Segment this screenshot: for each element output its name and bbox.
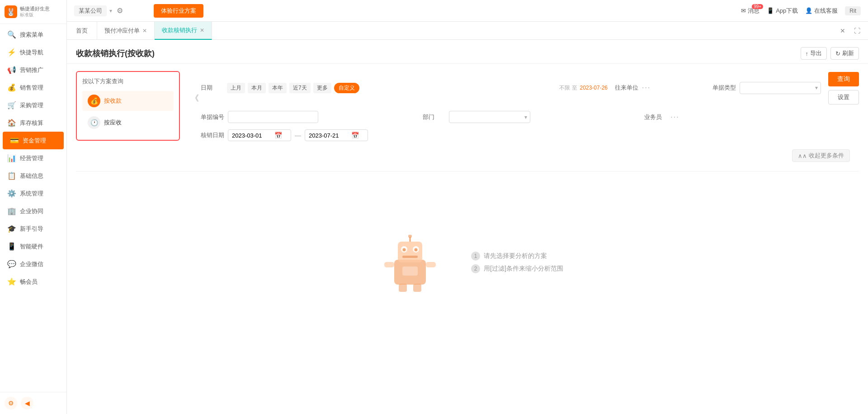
sidebar-item-marketing[interactable]: 📢 营销推广: [0, 61, 66, 79]
hint-num-1: 1: [471, 252, 480, 261]
filter-option-by-receivable[interactable]: 🕐 按应收: [82, 113, 174, 133]
sidebar-label-operations: 经营管理: [20, 154, 43, 162]
user-name[interactable]: Rit: [845, 6, 861, 15]
logo-text-block: 畅捷通好生意 标准版: [20, 5, 50, 18]
filter-sidebar-collapse-btn[interactable]: 《: [189, 89, 201, 107]
service-icon: 👤: [805, 7, 812, 14]
date-btn-custom[interactable]: 自定义: [334, 83, 359, 93]
sidebar-item-quicknav[interactable]: ⚡ 快捷导航: [0, 43, 66, 61]
company-name: 某某公司: [74, 5, 107, 16]
verify-date-start-input[interactable]: [232, 132, 273, 139]
date-btn-this-year[interactable]: 本年: [269, 83, 287, 93]
sidebar-item-operations[interactable]: 📊 经营管理: [0, 149, 66, 167]
date-suffix-area: 不限 至 2023-07-26: [559, 84, 608, 92]
sidebar-item-search[interactable]: 🔍 搜索菜单: [0, 26, 66, 43]
filter-option-by-receipt[interactable]: 💰 按收款: [82, 91, 174, 111]
company-dropdown-icon[interactable]: ▾: [109, 8, 112, 14]
svg-rect-6: [402, 256, 418, 258]
quicknav-icon: ⚡: [7, 48, 16, 57]
wechat-icon: 💬: [7, 260, 16, 268]
page-header-actions: ↑ 导出 ↻ 刷新: [801, 47, 859, 60]
sidebar-collapse-btn[interactable]: ◀: [21, 397, 33, 409]
calendar-end-icon[interactable]: 📅: [351, 132, 359, 139]
doctype-select[interactable]: [740, 82, 812, 94]
svg-rect-9: [384, 262, 394, 267]
topbar-actions: ✉ 消息 99+ 📱 App下载 👤 在线客服 Rit: [741, 6, 861, 15]
verify-date-end-input[interactable]: [309, 132, 349, 139]
inventory-icon: 🏠: [7, 119, 16, 127]
sidebar-settings-btn[interactable]: ⚙: [5, 397, 17, 409]
sidebar-item-basics[interactable]: 📋 基础信息: [0, 167, 66, 185]
calendar-start-icon[interactable]: 📅: [274, 132, 282, 139]
sidebar-label-purchase: 采购管理: [20, 101, 43, 109]
sidebar-item-system[interactable]: ⚙️ 系统管理: [0, 185, 66, 202]
date-btn-last-month[interactable]: 上月: [227, 83, 245, 93]
collapse-up-icon: ∧∧: [798, 152, 807, 159]
sidebar-item-funds[interactable]: 💳 资金管理: [3, 132, 64, 149]
svg-point-8: [408, 235, 412, 238]
collapse-row: ∧∧ 收起更多条件: [201, 148, 859, 164]
svg-point-5: [415, 248, 418, 252]
sidebar-item-inventory[interactable]: 🏠 库存核算: [0, 114, 66, 132]
notifications-btn[interactable]: ✉ 消息 99+: [741, 7, 760, 15]
tab-receipt[interactable]: 收款核销执行 ✕: [155, 22, 212, 40]
docnumber-input[interactable]: [228, 111, 318, 123]
department-select-arrow: ▾: [522, 114, 530, 120]
doctype-field: 单据类型 ▾: [712, 82, 821, 94]
date-btn-this-month[interactable]: 本月: [248, 83, 266, 93]
date-btn-more[interactable]: 更多: [313, 83, 331, 93]
department-select[interactable]: [449, 111, 522, 123]
sidebar-item-member[interactable]: ⭐ 畅会员: [0, 273, 66, 290]
sidebar-item-purchase[interactable]: 🛒 采购管理: [0, 96, 66, 114]
partner-label: 往来单位: [615, 84, 638, 92]
partner-field: 往来单位 ···: [615, 84, 705, 92]
logo-icon: 🐰: [5, 5, 17, 18]
sidebar-label-marketing: 营销推广: [20, 66, 43, 74]
sidebar-item-hardware[interactable]: 📱 智能硬件: [0, 238, 66, 255]
basics-icon: 📋: [7, 171, 16, 180]
setting-btn[interactable]: 设置: [828, 90, 859, 105]
sidebar-label-basics: 基础信息: [20, 172, 43, 180]
salesperson-dots[interactable]: ···: [670, 113, 679, 121]
sidebar-item-enterprise[interactable]: 🏢 企业协同: [0, 202, 66, 220]
message-icon: ✉: [741, 7, 746, 14]
topbar-gear-icon[interactable]: ⚙: [117, 6, 123, 15]
partner-dots[interactable]: ···: [642, 84, 651, 92]
sidebar-label-inventory: 库存核算: [20, 119, 43, 127]
topbar-company-area: 某某公司 ▾ ⚙: [74, 5, 146, 16]
collapse-more-btn[interactable]: ∧∧ 收起更多条件: [792, 149, 850, 162]
empty-hints: 1 请先选择要分析的方案 2 用[过滤]条件来缩小分析范围: [471, 252, 563, 277]
svg-point-4: [403, 248, 406, 252]
tab-prepay[interactable]: 预付冲应付单 ✕: [97, 22, 155, 40]
online-service-btn[interactable]: 👤 在线客服: [805, 7, 838, 15]
salesperson-label: 业务员: [644, 113, 667, 121]
industry-btn[interactable]: 体验行业方案: [154, 4, 203, 18]
svg-rect-11: [399, 284, 407, 292]
filter-row-1: 日期 上月 本月 本年 近7天 更多 自定义 不限 至: [201, 71, 859, 105]
verify-date-end-group: 📅: [305, 129, 368, 141]
tab-receipt-close[interactable]: ✕: [200, 27, 204, 33]
query-btn[interactable]: 查询: [828, 72, 859, 86]
sidebar-label-guide: 新手引导: [20, 225, 43, 233]
sidebar-item-sales[interactable]: 💰 销售管理: [0, 79, 66, 96]
date-range-separator: —: [295, 132, 301, 139]
sidebar-item-guide[interactable]: 🎓 新手引导: [0, 220, 66, 238]
date-btn-7days[interactable]: 近7天: [289, 83, 311, 93]
purchase-icon: 🛒: [7, 101, 16, 109]
refresh-label: 刷新: [842, 49, 854, 57]
sidebar-label-quicknav: 快捷导航: [20, 48, 43, 57]
tab-prepay-close[interactable]: ✕: [142, 28, 147, 34]
export-btn[interactable]: ↑ 导出: [801, 47, 827, 60]
filter-row-3: 核销日期 📅 — 📅: [201, 129, 859, 141]
filter-sidebar-title: 按以下方案查询: [82, 77, 174, 86]
online-service-label: 在线客服: [814, 7, 838, 15]
fullscreen-btn[interactable]: ⛶: [852, 25, 863, 36]
refresh-btn[interactable]: ↻ 刷新: [830, 47, 859, 60]
search-icon: 🔍: [7, 30, 16, 39]
logo-tag: 标准版: [20, 12, 50, 18]
sidebar-item-wechat[interactable]: 💬 企业微信: [0, 255, 66, 273]
close-window-btn[interactable]: ✕: [837, 25, 848, 36]
tab-home[interactable]: 首页: [67, 22, 97, 40]
date-suffix-label: 不限 至: [559, 84, 577, 92]
app-download-btn[interactable]: 📱 App下载: [767, 7, 798, 15]
